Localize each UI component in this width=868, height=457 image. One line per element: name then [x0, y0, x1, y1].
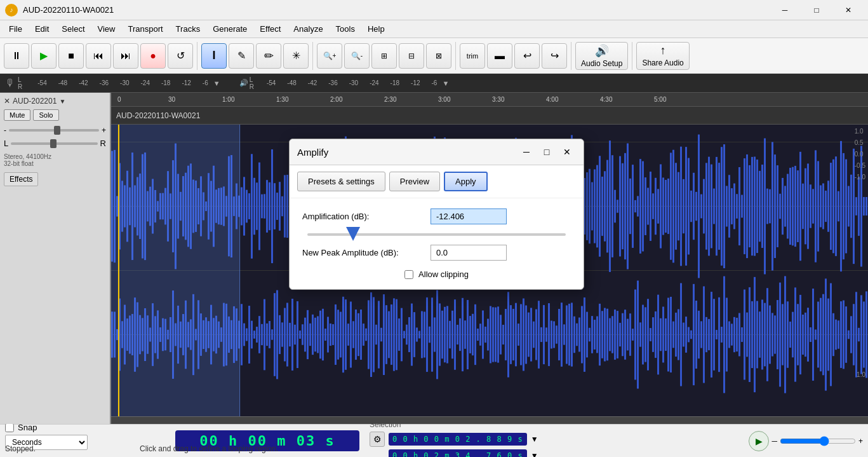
- time-mark-230: 2:30: [384, 96, 396, 103]
- track-panel: ✕ AUD-202201 ▼ Mute Solo - + L R Stereo,…: [0, 93, 111, 424]
- menu-select[interactable]: Select: [55, 22, 91, 36]
- mute-button[interactable]: Mute: [4, 109, 30, 121]
- app-icon: ♪: [5, 4, 18, 17]
- skip-start-button[interactable]: ⏮: [86, 43, 111, 69]
- minimize-button[interactable]: ─: [770, 0, 799, 20]
- vu-scale-2: -54-48-42-36-30-24-18-12-6: [267, 79, 437, 86]
- time-mark-200: 2:00: [330, 96, 342, 103]
- menu-file[interactable]: File: [3, 22, 29, 36]
- trim-button[interactable]: trim: [460, 43, 485, 69]
- menu-transport[interactable]: Transport: [121, 22, 169, 36]
- mic-icon[interactable]: 🎙: [5, 78, 15, 89]
- track-close-icon[interactable]: ✕: [4, 97, 10, 106]
- vu-lr-label: LR: [18, 76, 22, 90]
- selection-end-row: 0 0 h 0 2 m 3 4 . 7 6 0 s ▼: [370, 449, 538, 458]
- allow-clipping-checkbox[interactable]: [404, 270, 413, 279]
- amplify-maximize-button[interactable]: □: [538, 144, 556, 160]
- amplify-slider[interactable]: [307, 233, 566, 236]
- speaker-icon[interactable]: 🔊: [239, 79, 248, 87]
- title-bar: ♪ AUD-20220110-WA0021 ─ □ ✕: [0, 0, 868, 20]
- share-audio-group: ↑ Share Audio: [636, 42, 693, 70]
- vol-plus-icon: +: [858, 437, 863, 446]
- envelope-tool-button[interactable]: ✎: [229, 43, 254, 69]
- amplification-label: Amplification (dB):: [302, 212, 423, 221]
- pencil-tool-button[interactable]: ✏: [256, 43, 281, 69]
- undo-button[interactable]: ↩: [514, 43, 540, 69]
- effects-button[interactable]: Effects: [4, 172, 38, 186]
- pan-slider[interactable]: [11, 142, 97, 145]
- amplify-dialog: Amplify ─ □ ✕ Presets & settings Preview…: [289, 139, 584, 290]
- amplify-close-button[interactable]: ✕: [558, 144, 576, 160]
- menu-help[interactable]: Help: [361, 22, 391, 36]
- solo-button[interactable]: Solo: [33, 109, 58, 121]
- zoom-width-button[interactable]: ⊠: [426, 43, 451, 69]
- new-peak-label: New Peak Amplitude (dB):: [302, 248, 423, 257]
- preview-button[interactable]: Preview: [389, 172, 440, 191]
- share-audio-label: Share Audio: [642, 58, 683, 67]
- play-button[interactable]: ▶: [31, 43, 57, 69]
- zoom-sel-button[interactable]: ⊟: [399, 43, 424, 69]
- toolbar: ⏸ ▶ ■ ⏮ ⏭ ● ↺ I ✎ ✏ ✳ 🔍+ 🔍- ⊞ ⊟ ⊠ trim ▬…: [0, 38, 868, 74]
- playback-play-button[interactable]: ▶: [749, 431, 769, 451]
- allow-clipping-label: Allow clipping: [418, 269, 469, 279]
- time-mark-0: 0: [117, 96, 121, 103]
- redo-button[interactable]: ↪: [542, 43, 567, 69]
- vu2-lr-label: LR: [250, 76, 254, 90]
- track-name: AUD-202201: [13, 97, 57, 106]
- menu-tracks[interactable]: Tracks: [170, 22, 207, 36]
- amplify-toolbar: Presets & settings Preview Apply: [290, 165, 584, 198]
- selection-gear-button[interactable]: ⚙: [370, 432, 385, 447]
- presets-settings-button[interactable]: Presets & settings: [297, 172, 385, 191]
- time-mark-430: 4:30: [600, 96, 612, 103]
- menu-analyze[interactable]: Analyze: [287, 22, 329, 36]
- volume-slider[interactable]: [780, 436, 856, 446]
- track-controls: Mute Solo: [4, 109, 106, 121]
- menu-effect[interactable]: Effect: [253, 22, 287, 36]
- selection-end-value: 0 0 h 0 2 m 3 4 . 7 6 0 s: [389, 449, 527, 458]
- gain-slider[interactable]: [9, 129, 99, 132]
- apply-button[interactable]: Apply: [444, 172, 488, 191]
- pan-l-label: L: [4, 139, 8, 148]
- amplify-slider-thumb: [346, 227, 360, 241]
- time-mark-400: 4:00: [546, 96, 558, 103]
- zoom-fit-button[interactable]: ⊞: [371, 43, 397, 69]
- maximize-button[interactable]: □: [802, 0, 831, 20]
- audio-setup-icon: 🔊: [595, 44, 609, 58]
- menu-edit[interactable]: Edit: [29, 22, 55, 36]
- audio-setup-button[interactable]: 🔊 Audio Setup: [575, 42, 628, 70]
- silence-button[interactable]: ▬: [487, 43, 512, 69]
- snap-checkbox[interactable]: [5, 423, 14, 432]
- track-close[interactable]: ✕ AUD-202201 ▼: [4, 97, 106, 106]
- vu-scale: -54-48-42-36-30-24-18-12-6: [37, 79, 208, 86]
- selection-end-dropdown[interactable]: ▼: [531, 451, 538, 458]
- record-button[interactable]: ●: [140, 43, 166, 69]
- time-mark-300: 3:00: [438, 96, 450, 103]
- stopped-text: Stopped.: [5, 444, 36, 453]
- horizontal-scrollbar[interactable]: [111, 416, 868, 424]
- new-peak-input[interactable]: [431, 245, 507, 261]
- track-dropdown-icon[interactable]: ▼: [59, 98, 65, 105]
- share-audio-button[interactable]: ↑ Share Audio: [636, 42, 689, 70]
- zoom-out-button[interactable]: 🔍-: [344, 43, 370, 69]
- selection-start-dropdown[interactable]: ▼: [531, 435, 538, 444]
- close-button[interactable]: ✕: [834, 0, 863, 20]
- amplification-input[interactable]: [431, 208, 507, 224]
- pause-button[interactable]: ⏸: [4, 43, 29, 69]
- amplify-minimize-button[interactable]: ─: [517, 144, 535, 160]
- skip-end-button[interactable]: ⏭: [113, 43, 138, 69]
- stop-button[interactable]: ■: [58, 43, 84, 69]
- zoom-in-button[interactable]: 🔍+: [317, 43, 342, 69]
- amplify-slider-row: [302, 233, 571, 236]
- pan-r-label: R: [100, 139, 106, 148]
- menu-tools[interactable]: Tools: [330, 22, 361, 36]
- multi-tool-button[interactable]: ✳: [283, 43, 309, 69]
- menu-bar: File Edit Select View Transport Tracks G…: [0, 20, 868, 38]
- playback-area: ▶ ─ +: [749, 431, 863, 451]
- menu-view[interactable]: View: [91, 22, 122, 36]
- select-tool-button[interactable]: I: [201, 43, 227, 69]
- vu-meter-area: 🎙 LR -54-48-42-36-30-24-18-12-6 ▼ 🔊 LR -…: [0, 74, 868, 93]
- loop-button[interactable]: ↺: [168, 43, 193, 69]
- menu-generate[interactable]: Generate: [206, 22, 253, 36]
- amplify-body: Amplification (dB): New Peak Amplitude (…: [290, 198, 584, 289]
- vu-arrow: ▼: [213, 79, 220, 87]
